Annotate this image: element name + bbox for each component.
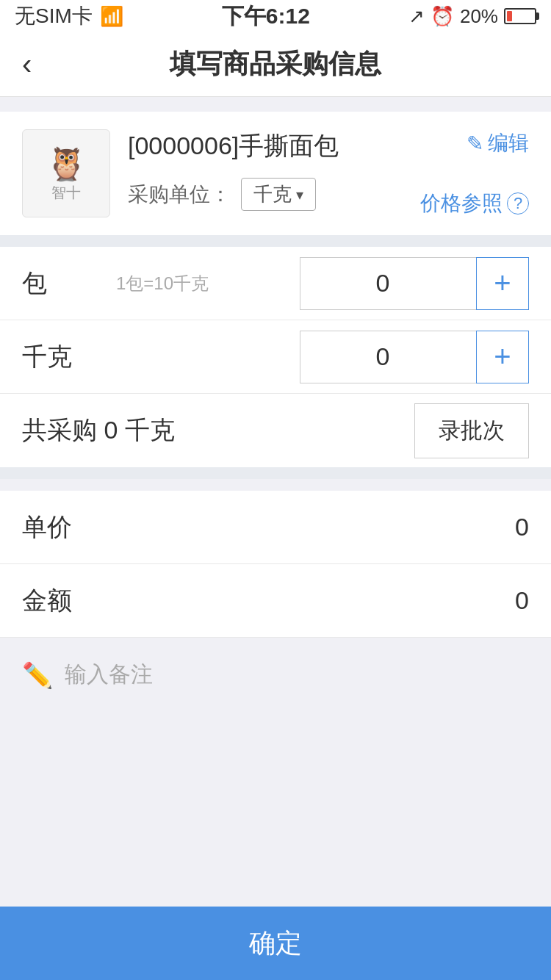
- total-row: 共采购 0 千克 录批次: [0, 394, 551, 467]
- bao-sublabel: 1包=10千克: [116, 272, 300, 295]
- unit-selector[interactable]: 千克 ▾: [241, 178, 316, 211]
- unit-label: 采购单位：: [128, 181, 231, 209]
- amount-label: 金额: [22, 584, 515, 618]
- status-bar: 无SIM卡 📶 下午6:12 ↗ ⏰ 20%: [0, 0, 551, 32]
- battery-fill: [507, 11, 512, 21]
- bao-input-row: 包 1包=10千克 +: [0, 247, 551, 320]
- amount-value: 0: [515, 586, 529, 615]
- product-image: 🦉 智十: [22, 129, 110, 217]
- total-label: 共采购 0 千克: [22, 414, 414, 447]
- kg-label: 千克: [22, 340, 110, 374]
- edit-label: 编辑: [488, 129, 529, 157]
- wifi-icon: 📶: [100, 5, 123, 28]
- edit-button[interactable]: ✎ 编辑: [467, 129, 529, 157]
- confirm-button[interactable]: 确定: [0, 907, 551, 980]
- battery-percent: 20%: [460, 5, 498, 28]
- page-title: 填写商品采购信息: [170, 46, 381, 82]
- bao-input[interactable]: [300, 257, 476, 310]
- help-icon: ?: [507, 192, 529, 215]
- kg-plus-button[interactable]: +: [476, 331, 529, 383]
- bao-label: 包: [22, 267, 110, 300]
- unit-price-value: 0: [515, 513, 529, 541]
- bao-plus-button[interactable]: +: [476, 257, 529, 310]
- kg-input[interactable]: [300, 331, 476, 383]
- confirm-label: 确定: [249, 926, 302, 962]
- brand-label: 智十: [51, 183, 81, 203]
- unit-price-label: 单价: [22, 511, 515, 544]
- pencil-icon: ✏️: [22, 660, 53, 690]
- product-logo: 🦉: [46, 145, 87, 183]
- location-icon: ↗: [408, 5, 425, 28]
- alarm-icon: ⏰: [431, 5, 454, 28]
- section-divider-1: [0, 235, 551, 247]
- status-left: 无SIM卡 📶: [15, 2, 123, 30]
- section-divider-2: [0, 467, 551, 479]
- bao-field-wrap: +: [300, 257, 529, 310]
- price-section: 单价 0 金额 0: [0, 491, 551, 638]
- battery-icon: [504, 8, 536, 24]
- back-button[interactable]: ‹: [0, 48, 54, 81]
- kg-field-wrap: +: [300, 331, 529, 383]
- input-section: 包 1包=10千克 + 千克 +: [0, 247, 551, 394]
- remarks-section[interactable]: ✏️ 输入备注: [0, 638, 551, 712]
- nav-bar: ‹ 填写商品采购信息: [0, 32, 551, 97]
- kg-input-row: 千克 +: [0, 320, 551, 394]
- record-batch-button[interactable]: 录批次: [414, 403, 529, 458]
- edit-icon: ✎: [467, 131, 483, 156]
- product-card: 🦉 智十 [0000006]手撕面包 采购单位： 千克 ▾ ✎ 编辑 价格参照 …: [0, 112, 551, 235]
- unit-value: 千克: [253, 181, 292, 207]
- status-right: ↗ ⏰ 20%: [408, 5, 536, 28]
- carrier-label: 无SIM卡: [15, 2, 93, 30]
- price-ref-label: 价格参照: [420, 190, 503, 217]
- unit-price-row: 单价 0: [0, 491, 551, 564]
- time-label: 下午6:12: [222, 1, 310, 32]
- price-ref-button[interactable]: 价格参照 ?: [420, 190, 529, 217]
- product-thumbnail: 🦉 智十: [46, 145, 87, 203]
- amount-row: 金额 0: [0, 564, 551, 638]
- remarks-placeholder: 输入备注: [65, 660, 153, 690]
- chevron-down-icon: ▾: [296, 186, 303, 203]
